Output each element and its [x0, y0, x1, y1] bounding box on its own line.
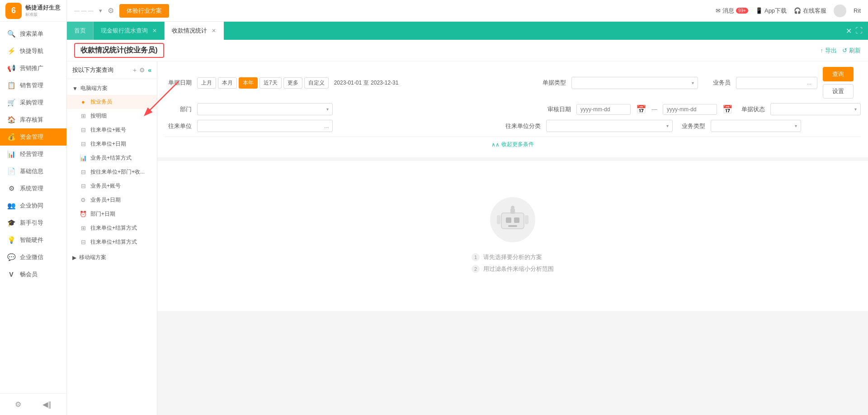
sidebar-item-wechat[interactable]: 💬 企业微信 [0, 249, 66, 266]
salesperson-select[interactable]: ... [736, 77, 817, 89]
collapse-bar[interactable]: ∧∧ 收起更多条件 [165, 137, 861, 152]
item-icon-pa: ⊟ [80, 127, 87, 134]
add-scheme-icon[interactable]: + [133, 66, 137, 74]
tree-item-partner-account[interactable]: ⊟ 往来单位+账号 [67, 123, 157, 137]
sidebar-item-nav[interactable]: ⚡ 快捷导航 [0, 42, 66, 60]
audit-date-from[interactable] [576, 104, 631, 115]
tree-item-partner-settle1[interactable]: ⊞ 往来单位+结算方式 [67, 221, 157, 235]
date-btn-more[interactable]: 更多 [283, 77, 302, 89]
sidebar-item-label: 营销推广 [20, 64, 43, 72]
empty-step-1: 1 请先选择要分析的方案 [472, 251, 554, 263]
partner-value [201, 122, 207, 130]
date-btn-last-month[interactable]: 上月 [197, 77, 216, 89]
date-btn-7days[interactable]: 近7天 [259, 77, 282, 89]
close-all-icon[interactable]: ✕ [846, 27, 852, 35]
sidebar-menu: 🔍 搜索菜单 ⚡ 快捷导航 📢 营销推广 📋 销售管理 🛒 采购管理 🏠 库存核… [0, 22, 66, 393]
tree-item-label: 按往来单位+部门+收... [90, 168, 145, 176]
sidebar-item-inventory[interactable]: 🏠 库存核算 [0, 111, 66, 128]
audit-date-to[interactable] [663, 104, 717, 115]
partner-select[interactable]: ... [197, 120, 333, 132]
partner-dots[interactable]: ... [324, 123, 329, 129]
sidebar-item-sales[interactable]: 📋 销售管理 [0, 77, 66, 94]
sidebar-item-search[interactable]: 🔍 搜索菜单 [0, 25, 66, 42]
tree-item-detail[interactable]: ⊞ 按明细 [67, 109, 157, 123]
biz-type-label: 业务类型 [678, 122, 705, 130]
sidebar-bottom: ⚙ ◀‖ [0, 393, 66, 415]
audit-date-label: 审核日期 [544, 105, 571, 113]
panel-header-label: 按以下方案查询 [72, 66, 113, 74]
panel-collapse-icon[interactable]: « [148, 66, 151, 74]
fullscreen-icon[interactable]: ⛶ [855, 27, 863, 35]
tree-group-arrow: ▼ [72, 85, 78, 92]
tree-group-mobile[interactable]: ▶ 移动端方案 [67, 251, 157, 264]
sidebar-item-hardware[interactable]: 💡 智能硬件 [0, 231, 66, 249]
sidebar-item-system[interactable]: ⚙ 系统管理 [0, 180, 66, 197]
tree-item-salesperson[interactable]: ● 按业务员 [67, 95, 157, 109]
biz-type-select[interactable]: ▾ [711, 120, 801, 132]
tree-item-salesperson-settle[interactable]: 📊 业务员+结算方式 [67, 151, 157, 165]
scheme-settings-icon[interactable]: ⚙ [139, 66, 145, 74]
filter-row-2: 部门 ▾ 审核日期 📅 — 📅 单据状态 ▾ [165, 103, 861, 115]
tab-cashflow-close[interactable]: ✕ [152, 28, 157, 34]
category-label: 单据类型 [539, 79, 566, 87]
category-value [576, 79, 581, 87]
tree-item-partner-dept[interactable]: ⊟ 按往来单位+部门+收... [67, 165, 157, 179]
sidebar-item-label: 销售管理 [20, 81, 43, 90]
sidebar-item-finance[interactable]: 💰 资金管理 [0, 128, 66, 146]
page-header: 收款情况统计(按业务员) ↑ 导出 ↺ 刷新 [67, 40, 868, 61]
doc-status-select[interactable]: ▾ [770, 103, 861, 115]
export-button[interactable]: ↑ 导出 [821, 47, 837, 55]
sidebar-item-purchase[interactable]: 🛒 采购管理 [0, 94, 66, 111]
tab-collection[interactable]: 收款情况统计 ✕ [165, 22, 224, 40]
date-btn-custom[interactable]: 自定义 [304, 77, 329, 89]
salesperson-dots[interactable]: ... [807, 80, 811, 86]
sidebar-item-operation[interactable]: 📊 经营管理 [0, 146, 66, 163]
collapse-sidebar-icon[interactable]: ◀‖ [41, 398, 53, 410]
tree-item-partner-settle2[interactable]: ⊟ 往来单位+结算方式 [67, 235, 157, 249]
item-icon-ps1: ⊞ [80, 225, 87, 232]
dept-select[interactable]: ▾ [197, 103, 333, 115]
sidebar-item-marketing[interactable]: 📢 营销推广 [0, 60, 66, 77]
sidebar-item-label: 系统管理 [20, 184, 43, 193]
date-btn-this-year[interactable]: 本年 [239, 77, 258, 89]
topbar-right: ✉ 消息 99+ 📱 App下载 🎧 在线客服 Rit [716, 5, 861, 17]
category-select[interactable]: ▾ [571, 77, 698, 89]
empty-state: 1 请先选择要分析的方案 2 用过滤条件来缩小分析范围 [157, 161, 868, 311]
tree-group-desktop[interactable]: ▼ 电脑端方案 [67, 82, 157, 95]
item-icon-pd: ⊟ [80, 141, 87, 148]
topbar-settings-icon[interactable]: ⚙ [108, 6, 114, 15]
salesperson-label: 业务员 [703, 79, 731, 87]
online-service-item[interactable]: 🎧 在线客服 [794, 7, 826, 15]
settings-button[interactable]: 设置 [823, 84, 854, 99]
refresh-button[interactable]: ↺ 刷新 [842, 47, 861, 55]
tab-cashflow-label: 现金银行流水查询 [101, 27, 148, 35]
biz-type-chevron: ▾ [795, 123, 797, 128]
sidebar-item-guide[interactable]: 🎓 新手引导 [0, 214, 66, 231]
sidebar: 6 畅捷通好生意 标准版 🔍 搜索菜单 ⚡ 快捷导航 📢 营销推广 📋 销售管理… [0, 0, 67, 415]
messages-item[interactable]: ✉ 消息 99+ [716, 7, 748, 15]
partner-category-select[interactable]: ▾ [546, 120, 673, 132]
sidebar-item-collab[interactable]: 👥 企业协同 [0, 197, 66, 214]
tab-cashflow[interactable]: 现金银行流水查询 ✕ [94, 22, 165, 40]
query-button[interactable]: 查询 [823, 67, 854, 81]
logo-app-name: 畅捷通好生意 [25, 4, 61, 12]
sidebar-item-basic[interactable]: 📄 基础信息 [0, 163, 66, 180]
item-icon-ps2: ⊟ [80, 239, 87, 246]
user-avatar[interactable] [834, 5, 846, 17]
guide-icon: 🎓 [7, 219, 15, 227]
tree-item-sales-account[interactable]: ⊟ 业务员+账号 [67, 179, 157, 193]
tree-item-partner-date[interactable]: ⊟ 往来单位+日期 [67, 137, 157, 151]
nav-dropdown-icon[interactable]: ▾ [99, 7, 102, 14]
sidebar-item-member[interactable]: V 畅会员 [0, 266, 66, 283]
settings-bottom-icon[interactable]: ⚙ [13, 398, 23, 410]
date-from-value: 2023-01-01 [334, 80, 362, 86]
tree-item-sales-date[interactable]: ⚙ 业务员+日期 [67, 193, 157, 207]
app-download-item[interactable]: 📱 App下载 [755, 7, 787, 15]
svg-rect-8 [497, 215, 500, 224]
date-btn-this-month[interactable]: 本月 [218, 77, 237, 89]
tab-collection-close[interactable]: ✕ [212, 28, 216, 34]
tree-item-dept-date[interactable]: ⏰ 部门+日期 [67, 207, 157, 221]
hardware-icon: 💡 [7, 236, 15, 244]
trial-button[interactable]: 体验行业方案 [119, 4, 169, 18]
tab-home[interactable]: 首页 [67, 22, 94, 40]
